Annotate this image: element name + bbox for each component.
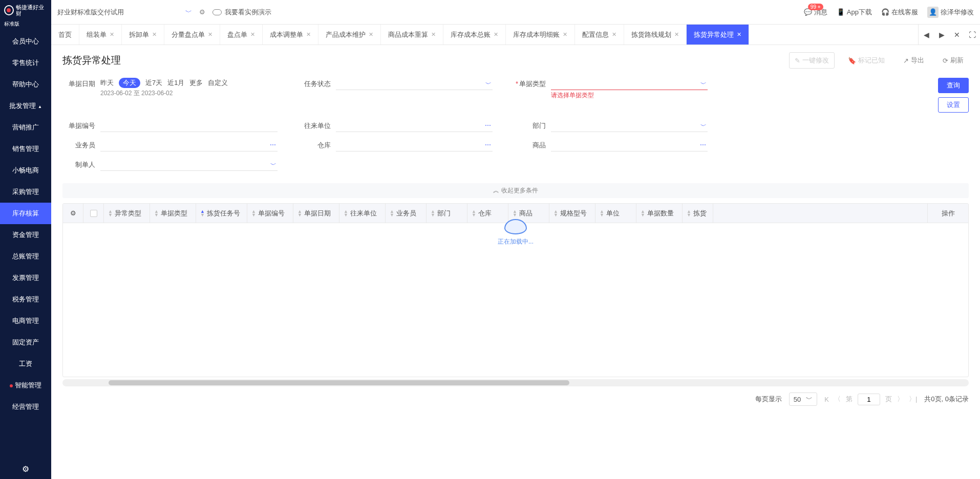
date-option[interactable]: 今天 [119, 78, 140, 88]
chevron-down-icon[interactable]: ﹀ [700, 122, 707, 130]
close-icon[interactable]: ✕ [494, 31, 498, 38]
partner-input[interactable] [336, 120, 493, 132]
gear-icon[interactable]: ⚙ [199, 8, 205, 16]
close-icon[interactable]: ✕ [110, 31, 114, 38]
tab[interactable]: 拣货路线规划✕ [624, 25, 687, 45]
close-icon[interactable]: ✕ [152, 31, 157, 38]
sidebar-item[interactable]: 工资 [0, 353, 51, 375]
column-header[interactable]: ▲▼单位 [595, 204, 636, 223]
close-icon[interactable]: ✕ [208, 31, 212, 38]
tab[interactable]: 库存成本总账✕ [443, 25, 506, 45]
sidebar-item[interactable]: 销售管理 [0, 138, 51, 160]
sidebar-item[interactable]: 经营管理 [0, 396, 51, 418]
sidebar-item[interactable]: 智能管理 [0, 375, 51, 396]
tab-scroll-right[interactable]: ▶ [934, 31, 949, 39]
lookup-icon[interactable]: ⋯ [700, 141, 707, 148]
sidebar-item[interactable]: 营销推广 [0, 117, 51, 138]
column-header[interactable]: ▲▼规格型号 [549, 204, 595, 223]
export-button[interactable]: ↗ 导出 [898, 53, 929, 68]
tab-scroll-left[interactable]: ◀ [919, 31, 934, 39]
scrollbar-thumb[interactable] [109, 380, 569, 385]
tab[interactable]: 商品成本重算✕ [381, 25, 443, 45]
column-header[interactable]: ▲▼单据编号 [247, 204, 293, 223]
sort-icon[interactable]: ▲▼ [344, 210, 348, 216]
tab-close-all[interactable]: ✕ [949, 31, 965, 39]
sort-icon[interactable]: ▲▼ [600, 210, 604, 216]
prev-page-button[interactable]: 〈 [834, 395, 841, 404]
sort-icon[interactable]: ▲▼ [431, 210, 435, 216]
tab[interactable]: 盘点单✕ [220, 25, 263, 45]
sidebar-item[interactable]: 固定资产 [0, 332, 51, 353]
close-icon[interactable]: ✕ [369, 31, 373, 38]
sidebar-item[interactable]: 帮助中心 [0, 74, 51, 95]
close-icon[interactable]: ✕ [737, 31, 741, 38]
query-button[interactable]: 查询 [938, 78, 969, 93]
date-option[interactable]: 昨天 [100, 78, 114, 88]
sidebar-item[interactable]: 电商管理 [0, 310, 51, 332]
close-icon[interactable]: ✕ [250, 31, 255, 38]
tab[interactable]: 分量盘点单✕ [164, 25, 220, 45]
fullscreen-icon[interactable]: ⛶ [965, 31, 980, 39]
sidebar-item[interactable]: 会员中心 [0, 31, 51, 52]
sort-icon[interactable]: ▲▼ [200, 210, 205, 216]
page-input[interactable] [858, 394, 880, 405]
sort-icon[interactable]: ▲▼ [108, 210, 113, 216]
column-header[interactable]: ▲▼单据数量 [636, 204, 683, 223]
settings-icon[interactable]: ⚙ [0, 459, 51, 479]
close-icon[interactable]: ✕ [431, 31, 436, 38]
messages-button[interactable]: 💬 消息 99 + [804, 8, 827, 17]
sidebar-item[interactable]: 批发管理 [0, 95, 51, 117]
sidebar-item[interactable]: 总账管理 [0, 246, 51, 267]
tab[interactable]: 首页 [51, 25, 79, 45]
app-download-button[interactable]: 📱 App下载 [837, 8, 872, 17]
tab[interactable]: 库存成本明细账✕ [506, 25, 575, 45]
close-icon[interactable]: ✕ [674, 31, 679, 38]
chevron-down-icon[interactable]: ﹀ [485, 80, 492, 89]
column-header[interactable]: ▲▼拣货任务号 [196, 204, 247, 223]
sort-icon[interactable]: ▲▼ [472, 210, 476, 216]
tab[interactable]: 组装单✕ [79, 25, 122, 45]
sidebar-item[interactable]: 零售统计 [0, 52, 51, 74]
goods-input[interactable] [551, 139, 708, 151]
doc-no-input[interactable] [100, 120, 278, 132]
first-page-button[interactable]: K [824, 396, 829, 403]
mark-known-button[interactable]: 🔖 标记已知 [843, 53, 890, 68]
lookup-icon[interactable]: ⋯ [485, 141, 492, 148]
sidebar-item[interactable]: 采购管理 [0, 181, 51, 203]
horizontal-scrollbar[interactable] [62, 379, 969, 386]
column-header[interactable]: ▲▼单据类型 [150, 204, 196, 223]
user-menu[interactable]: 👤 徐泽华修改 [927, 7, 974, 18]
chevron-down-icon[interactable]: ﹀ [270, 161, 276, 169]
date-option[interactable]: 更多 [189, 78, 203, 88]
collapse-filters[interactable]: ︽ 收起更多条件 [62, 183, 969, 198]
sort-icon[interactable]: ▲▼ [553, 210, 558, 216]
lookup-icon[interactable]: ⋯ [485, 122, 492, 129]
settings-button[interactable]: 设置 [938, 97, 969, 113]
sort-icon[interactable]: ▲▼ [297, 210, 302, 216]
column-header[interactable]: ▲▼往来单位 [339, 204, 386, 223]
close-icon[interactable]: ✕ [563, 31, 567, 38]
sidebar-item[interactable]: 税务管理 [0, 289, 51, 310]
sidebar-item[interactable]: 发票管理 [0, 267, 51, 289]
sort-icon[interactable]: ▲▼ [513, 210, 517, 216]
column-header[interactable]: ▲▼业务员 [386, 204, 427, 223]
sort-icon[interactable]: ▲▼ [154, 210, 159, 216]
lookup-icon[interactable]: ⋯ [270, 141, 276, 148]
sort-icon[interactable]: ▲▼ [251, 210, 256, 216]
sort-icon[interactable]: ▲▼ [390, 210, 394, 216]
doc-type-select[interactable] [551, 78, 708, 90]
warehouse-input[interactable] [336, 139, 493, 151]
page-size-select[interactable]: 50 ﹀ [789, 393, 817, 406]
chevron-down-icon[interactable]: ﹀ [700, 80, 707, 89]
demo-link[interactable]: 我要看实例演示 [212, 8, 271, 17]
sort-icon[interactable]: ▲▼ [641, 210, 645, 216]
sidebar-item[interactable]: 资金管理 [0, 224, 51, 246]
creator-select[interactable] [100, 159, 278, 171]
tab[interactable]: 拣货异常处理✕ [687, 25, 749, 45]
column-header[interactable]: ▲▼部门 [427, 204, 467, 223]
tab[interactable]: 成本调整单✕ [263, 25, 318, 45]
sidebar-item[interactable]: 小畅电商 [0, 160, 51, 181]
column-header[interactable]: ▲▼异常类型 [104, 204, 150, 223]
sidebar-item[interactable]: 库存核算 [0, 203, 51, 224]
support-button[interactable]: 🎧 在线客服 [881, 8, 918, 17]
